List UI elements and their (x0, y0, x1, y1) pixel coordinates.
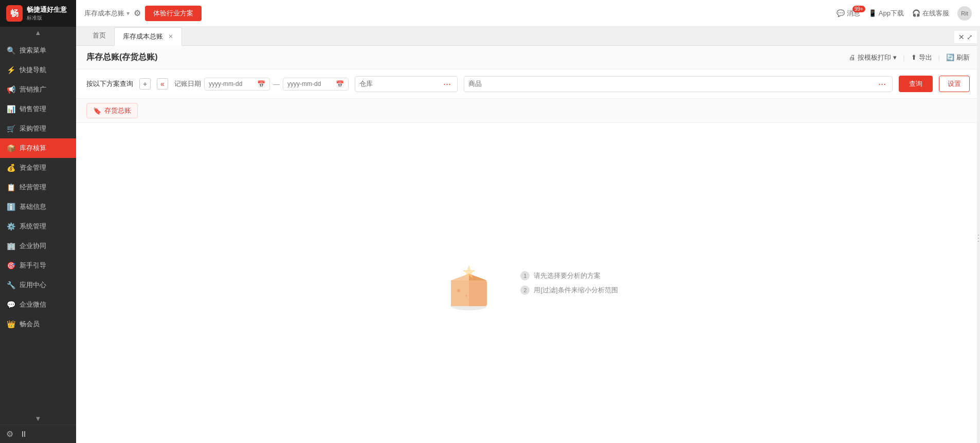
svg-point-6 (457, 289, 460, 292)
filter-collapse-btn[interactable]: « (157, 78, 168, 90)
date-from-field[interactable] (209, 80, 255, 87)
sidebar-item-label: 基础信息 (20, 202, 46, 211)
crown-icon: 👑 (6, 320, 15, 329)
warehouse-more-icon[interactable]: ··· (441, 79, 453, 90)
scroll-up-btn[interactable]: ▲ (0, 27, 76, 39)
sidebar-item-sales[interactable]: 📊 销售管理 (0, 99, 76, 119)
scheme-icon: 🔖 (93, 107, 101, 115)
tab-inventory-label: 库存成本总账 (123, 32, 163, 40)
hint-num-1: 1 (520, 271, 530, 280)
lightning-icon: ⚡ (6, 65, 15, 75)
sidebar-item-member[interactable]: 👑 畅会员 (0, 314, 76, 334)
filter-product[interactable]: 商品 ··· (464, 76, 893, 92)
calendar-icon-to[interactable]: 📅 (336, 80, 344, 88)
sidebar-logo: 畅 畅捷通好生意 标准版 (0, 0, 76, 27)
sidebar-item-label: 经营管理 (20, 183, 46, 192)
app-download-btn[interactable]: 📱 App下载 (868, 9, 904, 18)
hint-num-2: 2 (520, 286, 530, 295)
sidebar-item-business[interactable]: 📋 经营管理 (0, 178, 76, 197)
export-btn[interactable]: ⬆ 导出 (911, 53, 932, 62)
refresh-label: 刷新 (956, 53, 970, 62)
online-support-btn[interactable]: 🎧 在线客服 (912, 9, 949, 18)
svg-point-7 (465, 295, 467, 297)
topbar: 库存成本总账 ▾ ⚙ 体验行业方案 💬 消息 99+ 📱 App下载 🎧 在线客… (76, 0, 980, 27)
sidebar-item-finance[interactable]: 💰 资金管理 (0, 158, 76, 178)
sidebar-item-marketing[interactable]: 📢 营销推广 (0, 80, 76, 99)
tools-icon: 🔧 (6, 280, 15, 290)
empty-hint-1: 1 请先选择要分析的方案 (520, 271, 618, 280)
product-more-icon[interactable]: ··· (876, 79, 888, 90)
online-support-label: 在线客服 (922, 9, 949, 18)
tab-inventory-ledger[interactable]: 库存成本总账 ✕ (114, 27, 182, 46)
guide-icon: 🎯 (6, 261, 15, 270)
filter-add-btn[interactable]: + (139, 78, 151, 90)
sidebar-item-label: 搜索菜单 (20, 46, 46, 55)
close-panel-icon[interactable]: ✕ (958, 33, 965, 41)
empty-state: 1 请先选择要分析的方案 2 用[过滤]条件来缩小分析范围 (76, 123, 980, 443)
expand-panel-icon[interactable]: ⤢ (967, 33, 973, 41)
page-title: 库存总账(存货总账) (86, 52, 158, 63)
scheme-area: 🔖 存货总账 (76, 99, 980, 123)
tab-home[interactable]: 首页 (84, 27, 114, 45)
scheme-label: 存货总账 (104, 106, 131, 115)
date-from-input[interactable]: 📅 (204, 78, 270, 91)
sidebar-item-purchase[interactable]: 🛒 采购管理 (0, 119, 76, 138)
message-icon: 💬 (837, 9, 845, 17)
sidebar-item-appcenter[interactable]: 🔧 应用中心 (0, 275, 76, 295)
tab-close-icon[interactable]: ✕ (168, 33, 173, 40)
resize-handle[interactable] (977, 33, 980, 443)
sidebar-item-newguide[interactable]: 🎯 新手引导 (0, 256, 76, 275)
page-area: 库存总账(存货总账) 🖨 按模板打印 ▾ | ⬆ 导出 | 🔄 刷新 (76, 46, 980, 443)
settings-footer-icon[interactable]: ⚙ (6, 429, 13, 439)
collapse-footer-icon[interactable]: ⏸ (20, 430, 28, 439)
query-btn[interactable]: 查询 (899, 76, 933, 92)
breadcrumb-text: 库存成本总账 (84, 9, 124, 18)
phone-icon: 📱 (868, 9, 877, 17)
tabbar: 首页 库存成本总账 ✕ (76, 27, 980, 46)
gear-icon: ⚙️ (6, 222, 15, 231)
sidebar-item-label: 销售管理 (20, 104, 46, 114)
cart-icon: 🛒 (6, 124, 15, 133)
user-avatar[interactable]: Rit (957, 6, 972, 21)
filter-settings-btn[interactable]: 设置 (939, 76, 970, 92)
logo-icon: 畅 (6, 5, 23, 22)
sidebar-footer: ⚙ ⏸ (0, 424, 76, 443)
breadcrumb: 库存成本总账 ▾ (84, 9, 130, 18)
divider-2: | (938, 54, 940, 61)
filter-warehouse[interactable]: 仓库 ··· (355, 76, 458, 92)
scroll-down-btn[interactable]: ▼ (0, 413, 76, 424)
sidebar-item-search[interactable]: 🔍 搜索菜单 (0, 41, 76, 60)
megaphone-icon: 📢 (6, 85, 15, 94)
sidebar-item-enterprise[interactable]: 🏢 企业协同 (0, 236, 76, 256)
date-to-field[interactable] (287, 80, 334, 87)
sidebar-item-label: 畅会员 (20, 320, 40, 329)
printer-icon: 🖨 (849, 54, 856, 61)
sidebar-item-basic[interactable]: ℹ️ 基础信息 (0, 197, 76, 217)
warehouse-label: 仓库 (359, 79, 373, 88)
print-chevron-icon: ▾ (893, 54, 897, 61)
scheme-item[interactable]: 🔖 存货总账 (86, 103, 138, 118)
empty-hint-2: 2 用[过滤]条件来缩小分析范围 (520, 286, 618, 295)
empty-illustration (438, 252, 500, 314)
sidebar-item-wechat[interactable]: 💬 企业微信 (0, 295, 76, 314)
sidebar-item-label: 资金管理 (20, 163, 46, 172)
topbar-settings-icon[interactable]: ⚙ (134, 8, 141, 18)
sidebar-item-label: 新手引导 (20, 261, 46, 270)
wechat-icon: 💬 (6, 300, 15, 309)
print-btn[interactable]: 🖨 按模板打印 ▾ (849, 53, 897, 62)
headset-icon: 🎧 (912, 9, 920, 17)
sidebar-item-inventory[interactable]: 📦 库存核算 (0, 138, 76, 158)
refresh-btn[interactable]: 🔄 刷新 (946, 53, 970, 62)
sidebar-item-system[interactable]: ⚙️ 系统管理 (0, 217, 76, 236)
sidebar-nav: 🔍 搜索菜单 ⚡ 快捷导航 📢 营销推广 📊 销售管理 🛒 采购管理 📦 库存核… (0, 39, 76, 413)
breadcrumb-chevron-icon[interactable]: ▾ (126, 10, 130, 17)
date-to-input[interactable]: 📅 (283, 78, 349, 91)
calendar-icon-from[interactable]: 📅 (257, 80, 265, 88)
sidebar-item-shortcut[interactable]: ⚡ 快捷导航 (0, 60, 76, 80)
app-download-label: App下载 (879, 9, 904, 18)
divider-1: | (903, 54, 904, 61)
message-btn[interactable]: 💬 消息 99+ (837, 9, 860, 18)
date-label: 记账日期 (174, 79, 201, 88)
industry-btn[interactable]: 体验行业方案 (145, 6, 202, 21)
svg-rect-4 (451, 280, 469, 306)
